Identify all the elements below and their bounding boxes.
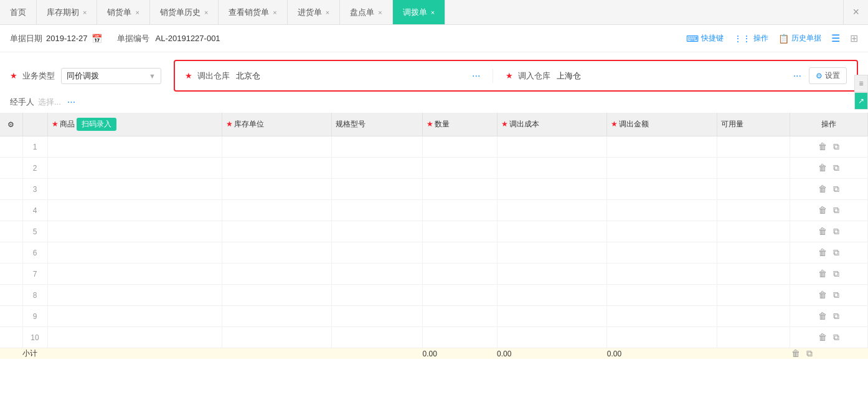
cell-quantity-9 [423, 306, 497, 327]
cell-available-5 [717, 221, 790, 242]
tab-purchase-order[interactable]: 进货单 × [288, 0, 340, 25]
delete-icon-4[interactable]: 🗑 [818, 205, 827, 215]
cell-product-4[interactable] [47, 200, 222, 221]
tab-sales-order-close[interactable]: × [135, 9, 139, 16]
tab-purchase-order-close[interactable]: × [326, 9, 329, 16]
subtotal-empty-1 [0, 348, 22, 359]
settings-button[interactable]: ⚙ 设置 [809, 67, 847, 84]
subtotal-delete-icon[interactable]: 🗑 [791, 348, 800, 358]
right-panel-expand-icon[interactable]: ↗ [854, 92, 868, 110]
tab-inventory-check-close[interactable]: × [378, 9, 382, 16]
copy-icon-4[interactable]: ⧉ [833, 205, 839, 215]
copy-icon-1[interactable]: ⧉ [833, 141, 839, 151]
cell-rownum-7: 7 [22, 264, 47, 285]
warehouse-out-more-icon[interactable]: ··· [472, 70, 480, 82]
cell-unit-6 [222, 242, 332, 264]
handler-row: 经手人 选择... ··· [0, 94, 868, 113]
copy-icon-10[interactable]: ⧉ [833, 332, 839, 342]
cost-required: ★ [501, 120, 508, 128]
copy-icon-2[interactable]: ⧉ [833, 163, 839, 173]
tab-transfer-order-close[interactable]: × [431, 9, 435, 16]
toolbar: 单据日期 2019-12-27 📅 单据编号 AL-20191227-001 ⌨… [0, 25, 868, 52]
copy-icon-3[interactable]: ⧉ [833, 184, 839, 194]
tab-home[interactable]: 首页 [0, 0, 37, 25]
tab-inventory-check-label: 盘点单 [350, 7, 374, 18]
calendar-icon[interactable]: 📅 [92, 34, 102, 44]
copy-icon-9[interactable]: ⧉ [833, 311, 839, 321]
cell-product-9[interactable] [47, 306, 222, 327]
warehouse-in-label: 调入仓库 [518, 70, 550, 82]
gear-icon: ⚙ [816, 72, 823, 80]
handler-select[interactable]: 选择... [38, 97, 61, 108]
col-settings[interactable]: ⚙ [0, 113, 22, 136]
tab-sales-order[interactable]: 销货单 × [97, 0, 149, 25]
cell-product-2[interactable] [47, 158, 222, 179]
delete-icon-10[interactable]: 🗑 [818, 332, 827, 342]
layout-btn-1[interactable]: ☰ [831, 32, 840, 44]
operation-btn[interactable]: ⋮⋮ 操作 [734, 33, 768, 44]
copy-icon-6[interactable]: ⧉ [833, 247, 839, 257]
tab-sales-history[interactable]: 销货单历史 × [150, 0, 219, 25]
delete-icon-2[interactable]: 🗑 [818, 163, 827, 173]
main-content: 单据日期 2019-12-27 📅 单据编号 AL-20191227-001 ⌨… [0, 25, 868, 395]
product-required: ★ [52, 120, 59, 128]
tab-inventory-init-close[interactable]: × [83, 9, 87, 16]
copy-icon-7[interactable]: ⧉ [833, 269, 839, 278]
subtotal-row: 小计 0.00 0.00 0.00 🗑 ⧉ [0, 348, 868, 359]
history-label: 历史单据 [791, 33, 821, 44]
cell-unit-5 [222, 221, 332, 242]
cell-ops-7: 🗑 ⧉ [790, 264, 867, 285]
delete-icon-1[interactable]: 🗑 [818, 141, 827, 151]
copy-icon-5[interactable]: ⧉ [833, 226, 839, 236]
copy-icon-8[interactable]: ⧉ [833, 290, 839, 300]
cell-quantity-2 [423, 158, 497, 179]
cell-product-10[interactable] [47, 327, 222, 348]
handler-more-icon[interactable]: ··· [67, 97, 75, 108]
table-row: 9 🗑 ⧉ [0, 306, 868, 327]
tab-inventory-init[interactable]: 库存期初 × [37, 0, 97, 25]
cell-cost-7 [497, 264, 607, 285]
table-container: ⚙ ★商品 扫码录入 ★库存单位 规格型号 ★数量 ★调出成本 [0, 113, 868, 395]
right-panel-list-icon[interactable]: ≡ [854, 75, 868, 92]
cell-rownum-5: 5 [22, 221, 47, 242]
data-table: ⚙ ★商品 扫码录入 ★库存单位 规格型号 ★数量 ★调出成本 [0, 113, 868, 359]
delete-icon-5[interactable]: 🗑 [818, 226, 827, 236]
delete-icon-6[interactable]: 🗑 [818, 247, 827, 257]
cell-product-1[interactable] [47, 136, 222, 158]
delete-icon-9[interactable]: 🗑 [818, 311, 827, 321]
cell-ops-9: 🗑 ⧉ [790, 306, 867, 327]
warehouse-in-more-icon[interactable]: ··· [793, 70, 801, 82]
cell-rownum-3: 3 [22, 179, 47, 200]
business-type-dropdown[interactable]: 同价调拨 ▼ [61, 68, 161, 84]
cell-gear-7 [0, 264, 22, 285]
subtotal-copy-icon[interactable]: ⧉ [806, 348, 813, 358]
warehouse-in-value: 上海仓 [557, 70, 581, 82]
delete-icon-3[interactable]: 🗑 [818, 184, 827, 194]
cell-gear-9 [0, 306, 22, 327]
cell-available-4 [717, 200, 790, 221]
cell-rownum-10: 10 [22, 327, 47, 348]
cell-product-8[interactable] [47, 285, 222, 306]
cell-product-5[interactable] [47, 221, 222, 242]
cell-gear-10 [0, 327, 22, 348]
tab-bar-close-button[interactable]: × [843, 0, 868, 25]
tab-sales-history-close[interactable]: × [204, 9, 208, 16]
history-btn[interactable]: 📋 历史单据 [778, 33, 821, 44]
tab-view-sales-close[interactable]: × [273, 9, 276, 16]
scan-input-button[interactable]: 扫码录入 [77, 118, 116, 131]
business-type-label: 业务类型 [22, 70, 55, 82]
tab-transfer-order[interactable]: 调拨单 × [393, 0, 445, 25]
business-type-value: 同价调拨 [67, 70, 99, 82]
delete-icon-7[interactable]: 🗑 [818, 269, 827, 278]
cell-amount-7 [607, 264, 717, 285]
cell-product-6[interactable] [47, 242, 222, 264]
shortcut-btn[interactable]: ⌨ 快捷键 [686, 33, 724, 44]
cell-product-3[interactable] [47, 179, 222, 200]
delete-icon-8[interactable]: 🗑 [818, 290, 827, 300]
layout-btn-2[interactable]: ⊞ [850, 32, 858, 44]
cell-cost-5 [497, 221, 607, 242]
tab-inventory-check[interactable]: 盘点单 × [340, 0, 392, 25]
tab-inventory-init-label: 库存期初 [47, 7, 79, 18]
cell-product-7[interactable] [47, 264, 222, 285]
tab-view-sales[interactable]: 查看销货单 × [219, 0, 287, 25]
